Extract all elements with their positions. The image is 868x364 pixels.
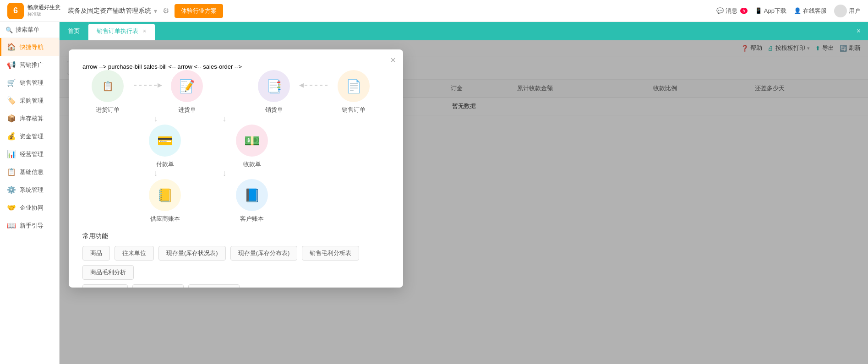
func-btn-product-profit[interactable]: 商品毛利分析 [82,265,134,280]
sidebar-item-inventory[interactable]: 📦 库存核算 [0,109,59,127]
flow-node-receipt-bill: 💵 收款单 [236,125,268,168]
app-download-button[interactable]: 📱 App下载 [755,7,786,15]
tab-close-icon[interactable]: × [143,28,146,34]
sidebar-item-purchase-mgmt[interactable]: 🏷️ 采购管理 [0,92,59,109]
sidebar-item-marketing[interactable]: 📢 营销推广 [0,56,59,74]
flow-node-purchase-order: 📋 进货订单 [92,70,124,114]
customer-service-button[interactable]: 👤 在线客服 [794,7,827,15]
func-btn-stock-dist[interactable]: 现存量(库存分布表) [230,246,298,261]
func-btn-partner[interactable]: 往来单位 [115,246,154,261]
top-right-area: 💬 消息 5 📱 App下载 👤 在线客服 用户 [716,5,861,17]
flow-node-sales-bill: 📑 销货单 [258,70,290,114]
content-body: ❓ 帮助 🖨 按模板打印 ▾ ⬆ 导出 🔄 [60,40,868,364]
tab-bar: 首页 销售订单执行表 × × [60,22,868,40]
func-btn-receipt-stats[interactable]: 收款情况统计 [132,284,184,288]
message-icon: 💬 [716,7,724,14]
dropdown-icon[interactable]: ▾ [154,7,157,15]
tab-sales-order-exec[interactable]: 销售订单执行表 × [88,24,155,40]
svg-text:📋: 📋 [102,81,114,92]
top-bar: 6 畅康通好生意 标准版 装备及固定资产辅助管理系统 ▾ ⚙ 体验行业方案 💬 … [0,0,868,22]
message-button[interactable]: 💬 消息 5 [716,7,748,15]
func-buttons-row1: 商品 往来单位 现存量(库存状况表) 现存量(库存分布表) 销售毛利分析表 商品… [82,246,389,280]
func-btn-stock-status[interactable]: 现存量(库存状况表) [158,246,226,261]
purchase-order-icon: 📋 [92,70,124,102]
marketing-icon: 📢 [7,60,16,69]
modal-overlay[interactable]: × arrow --> purchase-bill sales-bill <--… [60,40,868,364]
purchase-icon: 🏷️ [7,96,16,105]
sidebar-item-quick-nav[interactable]: 🏠 快捷导航 [0,38,59,56]
avatar [834,5,847,17]
common-funcs-title: 常用功能 [82,232,389,240]
flow-node-payment-bill: 💳 付款单 [149,125,181,168]
sales-icon: 🛒 [7,78,16,87]
func-btn-product[interactable]: 商品 [82,246,110,261]
guide-icon: 📖 [7,221,16,230]
basic-icon: 📋 [7,168,16,176]
home-icon: 🏠 [7,43,16,51]
sidebar-item-sales-mgmt[interactable]: 🛒 销售管理 [0,74,59,92]
func-btn-sales-profit[interactable]: 销售毛利分析表 [302,246,359,261]
ops-icon: 📊 [7,150,16,158]
trial-button[interactable]: 体验行业方案 [175,4,223,18]
service-icon: 👤 [794,7,801,14]
modal-close-button[interactable]: × [390,55,396,65]
search-icon: 🔍 [5,27,13,33]
sidebar-item-basic-info[interactable]: 📋 基础信息 [0,163,59,181]
tab-home[interactable]: 首页 [60,22,88,40]
sidebar-item-capital-mgmt[interactable]: 💰 资金管理 [0,127,59,145]
flow-node-purchase-bill: 📝 进货单 [171,70,203,114]
logo-icon: 6 [7,3,24,19]
sidebar-search[interactable]: 🔍 搜索菜单 [0,22,59,38]
modal-box: × arrow --> purchase-bill sales-bill <--… [69,49,403,288]
flow-node-supplier-ledger: 📒 供应商账本 [149,179,181,223]
message-badge: 5 [740,8,748,14]
func-btn-sales-rank[interactable]: 销售排行榜 [82,284,128,288]
inventory-icon: 📦 [7,114,16,123]
user-avatar-area[interactable]: 用户 [834,5,861,17]
sidebar-item-enterprise-collab[interactable]: 🤝 企业协同 [0,199,59,217]
system-title: 装备及固定资产辅助管理系统 ▾ [68,7,157,15]
flow-node-customer-ledger: 📘 客户账本 [236,179,268,223]
sidebar-item-beginner-guide[interactable]: 📖 新手引导 [0,217,59,234]
func-btn-payment-stats[interactable]: 付款情况统计 [188,284,240,288]
sidebar: 🔍 搜索菜单 🏠 快捷导航 📢 营销推广 🛒 销售管理 🏷️ 采购管理 📦 [0,22,60,364]
sys-icon: ⚙️ [7,185,16,194]
common-funcs: 常用功能 商品 往来单位 现存量(库存状况表) 现存量(库存分布表) 销售毛利分… [82,232,389,288]
collab-icon: 🤝 [7,203,16,212]
download-icon: 📱 [755,7,762,14]
sidebar-item-ops-mgmt[interactable]: 📊 经营管理 [0,145,59,163]
settings-icon[interactable]: ⚙ [163,6,169,15]
sidebar-item-sys-mgmt[interactable]: ⚙️ 系统管理 [0,181,59,199]
logo-area: 6 畅康通好生意 标准版 [7,3,62,19]
content-area: 首页 销售订单执行表 × × ❓ 帮助 [60,22,868,364]
capital-icon: 💰 [7,132,16,141]
flow-node-sales-order: 📄 销售订单 [338,70,370,114]
func-buttons-row2: 销售排行榜 收款情况统计 付款情况统计 [82,284,389,288]
logo-text: 畅康通好生意 标准版 [27,4,60,18]
tab-close-all-button[interactable]: × [849,22,868,40]
